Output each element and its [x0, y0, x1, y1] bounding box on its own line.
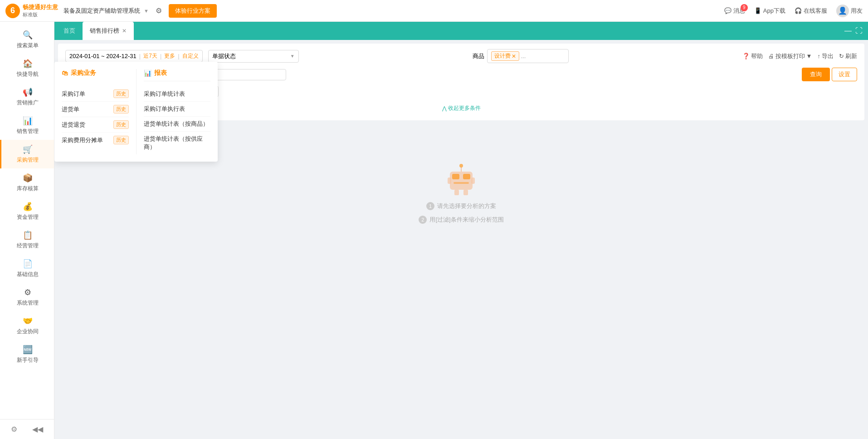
purchase-col: 🛍 采购业务 采购订单 历史 进货单 历史 进货退货 — [62, 69, 129, 154]
brand-name: 畅捷通好生意 — [23, 4, 58, 11]
date-range-text: 2024-01-01 ~ 2024-12-31 — [69, 53, 137, 59]
dropdown-item-receipt-goods[interactable]: 进货单统计表（按商品） — [144, 117, 211, 132]
svg-rect-6 — [454, 190, 459, 195]
content-wrapper: 🛍 采购业务 采购订单 历史 进货单 历史 进货退货 — [54, 44, 868, 260]
status-arrow-icon: ▼ — [290, 54, 295, 59]
sidebar-footer: ⚙ ◀◀ — [0, 419, 54, 439]
svg-rect-3 — [454, 182, 469, 184]
sidebar-item-label: 经营管理 — [17, 242, 39, 250]
brand-version: 标准版 — [23, 11, 58, 18]
toolbar-row: 2024-01-01 ~ 2024-12-31 | 近7天 | 更多 | 自定义… — [65, 49, 857, 63]
history-tag: 历史 — [113, 136, 129, 144]
sidebar-item-label: 基础信息 — [17, 271, 39, 278]
time-btn-custom[interactable]: 自定义 — [182, 52, 199, 60]
search-icon: 🔍 — [23, 30, 33, 40]
toolbar-right: ❓ 帮助 🖨 按模板打印 ▼ ↑ 导出 — [742, 52, 857, 60]
print-dropdown-icon: ▼ — [806, 53, 812, 59]
sidebar-item-label: 采购管理 — [17, 156, 39, 164]
settings-btn2[interactable]: 设置 — [832, 68, 857, 81]
system-settings-btn[interactable]: ⚙ — [152, 5, 165, 17]
dropdown-item-receipt-supplier[interactable]: 进货单统计表（按供应商） — [144, 132, 211, 154]
dropdown-item-po-stats[interactable]: 采购订单统计表 — [144, 87, 211, 102]
notification-btn[interactable]: 💬 消息 9 — [724, 7, 745, 15]
sidebar-item-purchase[interactable]: 🛒 采购管理 — [0, 140, 54, 168]
col-divider — [136, 69, 137, 154]
industry-btn[interactable]: 体验行业方案 — [169, 4, 217, 18]
dropdown-item-purchase-return[interactable]: 进货退货 历史 — [62, 117, 129, 133]
sidebar-item-enterprise[interactable]: 🤝 企业协同 — [0, 311, 54, 340]
app-download-btn[interactable]: 📱 App下载 — [754, 7, 785, 15]
sidebar-item-label: 销售管理 — [17, 128, 39, 135]
sidebar-item-marketing[interactable]: 📢 营销推广 — [0, 83, 54, 111]
footer-collapse-btn[interactable]: ◀◀ — [32, 425, 43, 434]
basic-info-icon: 📄 — [23, 259, 33, 269]
system-dropdown-btn[interactable]: ▼ — [144, 8, 149, 14]
header-right: 💬 消息 9 📱 App下载 🎧 在线客服 👤 用友 — [724, 5, 863, 17]
dropdown-item-purchase-receipt[interactable]: 进货单 历史 — [62, 102, 129, 117]
history-tag: 历史 — [113, 105, 129, 113]
online-service-btn[interactable]: 🎧 在线客服 — [795, 7, 827, 15]
empty-icon — [439, 160, 484, 197]
refresh-icon: ↻ — [839, 53, 844, 59]
time-btn-more[interactable]: 更多 — [164, 52, 175, 60]
svg-rect-1 — [452, 174, 459, 179]
goods-tag-close[interactable]: ✕ — [512, 53, 516, 59]
date-filter[interactable]: 2024-01-01 ~ 2024-12-31 | 近7天 | 更多 | 自定义 — [65, 50, 203, 62]
sidebar-item-system[interactable]: ⚙ 系统管理 — [0, 283, 54, 311]
sidebar-item-search[interactable]: 🔍 搜索菜单 — [0, 25, 54, 54]
refresh-btn[interactable]: ↻ 刷新 — [839, 52, 857, 60]
reports-col-title: 📊 报表 — [144, 69, 211, 81]
user-label: 用友 — [851, 7, 863, 15]
action-btns: 查询 设置 — [802, 68, 857, 81]
sidebar-item-inventory[interactable]: 📦 库存核算 — [0, 168, 54, 197]
history-tag: 历史 — [113, 89, 129, 98]
help-label: 帮助 — [751, 52, 763, 60]
system-icon: ⚙ — [24, 287, 31, 297]
goods-filter-area: 商品 设计费 ✕ ... — [473, 49, 569, 63]
sidebar-item-basic-info[interactable]: 📄 基础信息 — [0, 254, 54, 283]
tab-home[interactable]: 首页 — [56, 22, 83, 40]
dropdown-item-label: 进货单统计表（按供应商） — [144, 135, 211, 151]
sidebar-item-label: 搜索菜单 — [17, 42, 39, 49]
history-tag: 历史 — [113, 120, 129, 129]
export-btn[interactable]: ↑ 导出 — [817, 52, 834, 60]
tab-bar-right: — ⛶ — [844, 27, 866, 35]
user-btn[interactable]: 👤 用友 — [836, 5, 863, 17]
status-filter[interactable]: 单据状态 ▼ — [208, 50, 299, 63]
query-btn[interactable]: 查询 — [802, 68, 830, 81]
sidebar-item-label: 快捷导航 — [17, 70, 39, 78]
svg-rect-2 — [463, 174, 470, 179]
sidebar-item-finance[interactable]: 💰 资金管理 — [0, 197, 54, 226]
tab-expand-btn[interactable]: ⛶ — [855, 27, 863, 35]
time-btn-today[interactable]: 近7天 — [143, 52, 157, 60]
headset-icon: 🎧 — [795, 7, 802, 14]
logo-icon: 6 — [5, 4, 20, 18]
help-btn[interactable]: ❓ 帮助 — [742, 52, 763, 60]
reports-col-label: 报表 — [154, 69, 167, 77]
empty-text-1: 1 请先选择要分析的方案 — [426, 202, 496, 210]
avatar: 👤 — [836, 5, 849, 17]
sidebar-item-guide[interactable]: 🆕 新手引导 — [0, 340, 54, 369]
sidebar-item-quick-nav[interactable]: 🏠 快捷导航 — [0, 54, 54, 83]
tab-close-btn[interactable]: ✕ — [122, 28, 127, 34]
print-btn[interactable]: 🖨 按模板打印 ▼ — [768, 52, 812, 60]
sidebar-item-label: 企业协同 — [17, 328, 39, 335]
goods-filter[interactable]: 设计费 ✕ ... — [487, 49, 569, 63]
svg-rect-4 — [448, 178, 451, 184]
svg-rect-7 — [463, 190, 468, 195]
footer-settings-btn[interactable]: ⚙ — [11, 425, 17, 434]
goods-dots[interactable]: ... — [521, 53, 526, 59]
sidebar-item-operation[interactable]: 📋 经营管理 — [0, 226, 54, 254]
sidebar-item-sales[interactable]: 📊 销售管理 — [0, 111, 54, 140]
online-service-label: 在线客服 — [804, 7, 827, 15]
tab-sales-rank[interactable]: 销售排行榜 ✕ — [83, 22, 134, 40]
guide-icon: 🆕 — [23, 345, 33, 355]
refresh-label: 刷新 — [845, 52, 857, 60]
dropdown-item-purchase-expense[interactable]: 采购费用分摊单 历史 — [62, 133, 129, 148]
dropdown-item-purchase-order[interactable]: 采购订单 历史 — [62, 86, 129, 102]
dropdown-item-po-exec[interactable]: 采购订单执行表 — [144, 102, 211, 117]
tab-minimize-btn[interactable]: — — [844, 27, 852, 35]
dropdown-item-label: 采购费用分摊单 — [62, 136, 103, 144]
notification-icon: 💬 — [724, 7, 731, 14]
purchase-col-icon: 🛍 — [62, 69, 68, 77]
